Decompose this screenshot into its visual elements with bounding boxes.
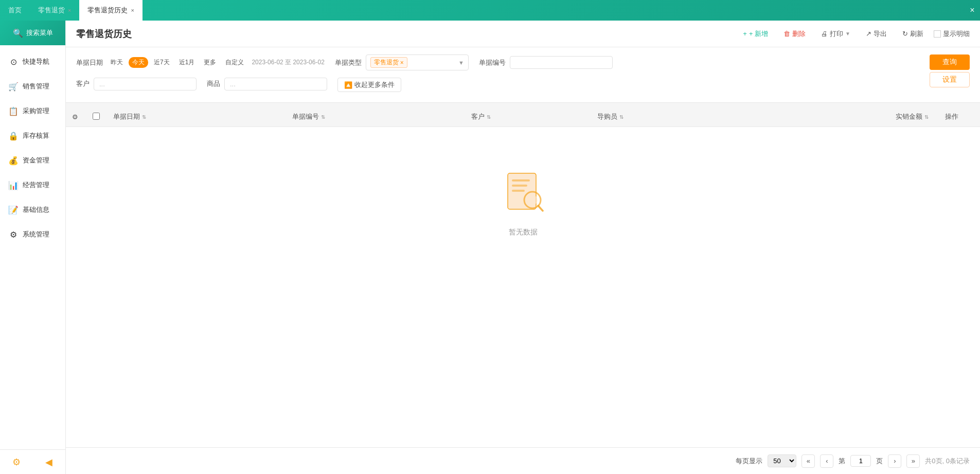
export-icon: ↗ <box>866 30 871 38</box>
tab-retail-return-label: 零售退货 <box>38 6 65 15</box>
date-more-btn[interactable]: 更多 <box>200 57 220 68</box>
date-yesterday-btn[interactable]: 昨天 <box>107 57 127 68</box>
query-button[interactable]: 查询 <box>930 54 970 70</box>
voucher-type-tag-close[interactable]: × <box>400 59 404 66</box>
print-arrow-icon: ▼ <box>845 31 850 37</box>
sidebar-item-sales-mgmt[interactable]: 🛒 销售管理 <box>0 74 65 99</box>
th-amount-sort-icon: ⇅ <box>924 114 929 120</box>
date-1month-btn[interactable]: 近1月 <box>175 57 199 68</box>
next-page-button[interactable]: › <box>888 454 901 468</box>
sidebar-item-sys-mgmt[interactable]: ⚙ 系统管理 <box>0 222 65 247</box>
sidebar-item-inventory[interactable]: 🔒 库存核算 <box>0 123 65 148</box>
delete-button[interactable]: 🗑 删除 <box>778 27 811 41</box>
th-customer[interactable]: 客户 ⇅ <box>465 107 591 127</box>
th-guide-label: 导购员 <box>597 112 617 121</box>
export-button[interactable]: ↗ 导出 <box>861 27 892 41</box>
customer-input[interactable]: ... <box>94 78 197 90</box>
purchase-mgmt-icon: 📋 <box>8 106 19 116</box>
window-close-button[interactable]: × <box>965 6 980 15</box>
filter-settings-button[interactable]: 设置 <box>930 72 970 87</box>
toolbar-actions: + + 新增 🗑 删除 🖨 打印 ▼ ↗ 导出 ↻ <box>738 27 970 41</box>
first-page-icon: « <box>807 457 810 465</box>
empty-text: 暂无数据 <box>509 228 538 237</box>
goods-input[interactable]: ... <box>224 78 327 90</box>
delete-label: 删除 <box>792 29 806 39</box>
svg-rect-3 <box>512 190 525 192</box>
collapse-button[interactable]: 🔼 收起更多条件 <box>337 78 401 92</box>
prev-page-button[interactable]: ‹ <box>820 454 833 468</box>
page-size-select[interactable]: 10 20 50 100 <box>768 454 796 467</box>
sidebar-item-basic-info[interactable]: 📝 基础信息 <box>0 197 65 222</box>
refresh-label: 刷新 <box>910 29 923 39</box>
date-filter-label: 单据日期 <box>76 58 103 67</box>
table-container: ⚙ 单据日期 ⇅ 单据编号 <box>66 107 980 447</box>
print-icon: 🖨 <box>821 30 828 38</box>
last-page-button[interactable]: » <box>906 454 920 468</box>
filter-row-1: 单据日期 昨天 今天 近7天 近1月 更多 自定义 2023-06-02 至 2… <box>76 54 919 70</box>
sidebar-item-finance-label: 资金管理 <box>23 156 49 165</box>
first-page-button[interactable]: « <box>801 454 815 468</box>
display-detail-checkbox[interactable] <box>934 30 941 38</box>
date-today-btn[interactable]: 今天 <box>129 57 148 68</box>
th-guide[interactable]: 导购员 ⇅ <box>591 107 744 127</box>
sidebar-item-finance[interactable]: 💰 资金管理 <box>0 148 65 173</box>
goods-filter-group: 商品 ... <box>207 78 327 90</box>
voucher-no-label: 单据编号 <box>479 58 506 67</box>
th-amount-label: 实销金额 <box>896 112 922 121</box>
page-input[interactable] <box>850 455 871 467</box>
refresh-button[interactable]: ↻ 刷新 <box>897 27 929 41</box>
display-detail-toggle[interactable]: 显示明细 <box>934 29 970 39</box>
sidebar-item-operations[interactable]: 📊 经营管理 <box>0 173 65 197</box>
table-body: 暂无数据 <box>66 127 980 279</box>
sidebar-search-label: 搜索菜单 <box>26 28 53 38</box>
th-date-label: 单据日期 <box>113 112 140 121</box>
sidebar-item-sales-mgmt-label: 销售管理 <box>23 82 49 91</box>
sidebar-item-purchase-mgmt[interactable]: 📋 采购管理 <box>0 99 65 123</box>
tab-retail-return-close[interactable]: × <box>68 7 71 13</box>
tab-retail-return-history[interactable]: 零售退货历史 × <box>79 0 142 21</box>
filter-row-2: 客户 ... 商品 ... <box>76 76 919 92</box>
operations-icon: 📊 <box>8 180 19 190</box>
tab-retail-return-history-close[interactable]: × <box>131 7 134 13</box>
date-7days-btn[interactable]: 近7天 <box>150 57 173 68</box>
settings-icon: ⚙ <box>72 113 78 121</box>
tab-home-label: 首页 <box>8 6 22 15</box>
date-range-display: 2023-06-02 至 2023-06-02 <box>252 58 324 67</box>
tab-retail-return-history-label: 零售退货历史 <box>87 6 128 15</box>
select-all-checkbox[interactable] <box>93 113 100 120</box>
prev-page-icon: ‹ <box>826 457 828 465</box>
th-ops: 操作 <box>939 107 980 127</box>
date-custom-btn[interactable]: 自定义 <box>222 57 247 68</box>
customer-filter-label: 客户 <box>76 79 90 88</box>
th-amount[interactable]: 实销金额 ⇅ <box>743 107 939 127</box>
tab-home[interactable]: 首页 <box>0 0 30 21</box>
search-icon: 🔍 <box>13 28 23 38</box>
th-date-sort-icon: ⇅ <box>142 114 146 120</box>
sidebar-item-quick-nav[interactable]: ⊙ 快捷导航 <box>0 49 65 74</box>
tab-bar: 首页 零售退货 × 零售退货历史 × <box>0 0 965 21</box>
tab-retail-return[interactable]: 零售退货 × <box>30 0 79 21</box>
th-settings[interactable]: ⚙ <box>66 107 86 127</box>
new-button[interactable]: + + 新增 <box>738 27 773 41</box>
th-customer-label: 客户 <box>471 112 485 121</box>
th-date[interactable]: 单据日期 ⇅ <box>107 107 286 127</box>
sidebar-search[interactable]: 🔍 搜索菜单 <box>0 21 65 45</box>
pagination-bar: 每页显示 10 20 50 100 « ‹ 第 页 › » 共0页, 0条记录 <box>66 447 980 474</box>
th-voucher-no[interactable]: 单据编号 ⇅ <box>286 107 465 127</box>
new-icon: + <box>743 30 747 38</box>
customer-placeholder: ... <box>99 80 105 88</box>
voucher-type-select[interactable]: 零售退货 × ▼ <box>366 54 469 70</box>
display-detail-label: 显示明细 <box>943 29 970 39</box>
sidebar-item-quick-nav-label: 快捷导航 <box>23 57 49 66</box>
voucher-no-input[interactable] <box>510 56 613 69</box>
th-customer-sort-icon: ⇅ <box>487 114 491 120</box>
sidebar-collapse-button[interactable]: ◀ <box>41 454 57 470</box>
th-checkbox[interactable] <box>86 107 107 127</box>
sidebar-settings-button[interactable]: ⚙ <box>8 454 25 470</box>
voucher-type-arrow-icon: ▼ <box>458 60 464 66</box>
date-filter-group: 单据日期 昨天 今天 近7天 近1月 更多 自定义 2023-06-02 至 2… <box>76 57 325 68</box>
print-button[interactable]: 🖨 打印 ▼ <box>816 27 856 41</box>
th-voucher-no-sort-icon: ⇅ <box>321 114 325 120</box>
sidebar-item-basic-info-label: 基础信息 <box>23 205 49 214</box>
last-page-icon: » <box>912 457 915 465</box>
